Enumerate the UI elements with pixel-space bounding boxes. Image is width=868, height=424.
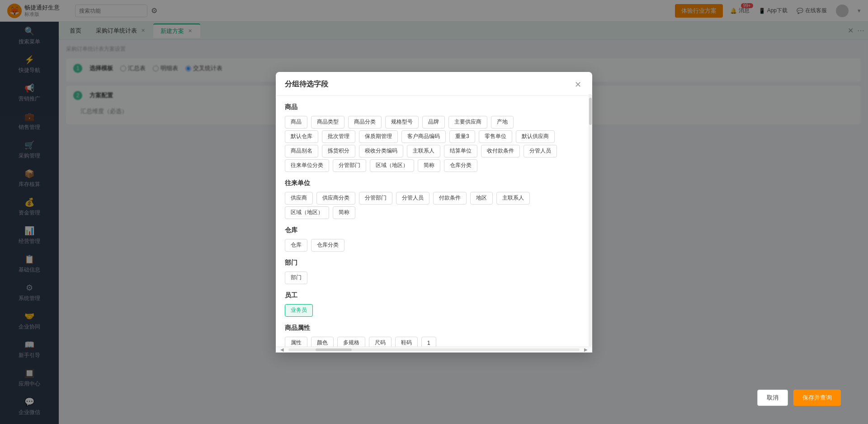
- tag-size[interactable]: 尺码: [369, 337, 392, 347]
- tag-batch-mgmt[interactable]: 批次管理: [322, 130, 355, 143]
- modal-overlay: 分组待选字段 ✕ 商品 商品 商品类型 商品分类 规格型号 品牌 主要供应商 产…: [0, 0, 868, 424]
- dialog-close-button[interactable]: ✕: [572, 79, 583, 90]
- section-label-employee: 员工: [285, 291, 583, 300]
- tag-supplier[interactable]: 供应商: [285, 192, 313, 205]
- tag-mgmt-person[interactable]: 分管人员: [396, 192, 429, 205]
- tag-pick-points[interactable]: 拣货积分: [322, 145, 355, 157]
- dialog-header: 分组待选字段 ✕: [276, 72, 592, 96]
- tag-weight3[interactable]: 重量3: [449, 130, 475, 143]
- tag-default-supplier[interactable]: 默认供应商: [516, 130, 555, 143]
- scroll-left-icon[interactable]: ◀: [278, 348, 287, 352]
- tags-employee: 业务员: [285, 304, 583, 317]
- tags-product-row4: 往来单位分类 分管部门 区域（地区） 简称 仓库分类: [285, 159, 583, 172]
- dialog: 分组待选字段 ✕ 商品 商品 商品类型 商品分类 规格型号 品牌 主要供应商 产…: [276, 72, 592, 353]
- section-label-product-attr: 商品属性: [285, 324, 583, 332]
- tag-region2[interactable]: 区域（地区）: [285, 206, 329, 219]
- tags-department: 部门: [285, 272, 583, 284]
- tag-supplier-category[interactable]: 供应商分类: [316, 192, 355, 205]
- tag-warehouse-category[interactable]: 仓库分类: [311, 239, 344, 252]
- tag-payment-condition[interactable]: 付款条件: [433, 192, 467, 205]
- tag-product-item[interactable]: 商品: [285, 116, 307, 129]
- tag-warehouse[interactable]: 仓库: [285, 239, 307, 252]
- tag-color[interactable]: 颜色: [311, 337, 334, 347]
- scroll-right-icon[interactable]: ▶: [581, 348, 590, 352]
- tag-counterpart-category[interactable]: 往来单位分类: [285, 159, 329, 172]
- tag-warehouse-cat[interactable]: 仓库分类: [444, 159, 477, 172]
- tag-multi-spec[interactable]: 多规格: [337, 337, 365, 347]
- tag-salesperson[interactable]: 业务员: [285, 304, 313, 317]
- tag-mgmt-dept[interactable]: 分管部门: [359, 192, 392, 205]
- tag-settlement-unit[interactable]: 结算单位: [444, 145, 477, 157]
- tag-main-contact2[interactable]: 主联系人: [496, 192, 530, 205]
- tag-default-warehouse[interactable]: 默认仓库: [285, 130, 318, 143]
- section-label-warehouse: 仓库: [285, 226, 583, 234]
- tag-main-supplier[interactable]: 主要供应商: [448, 116, 487, 129]
- tag-product-type[interactable]: 商品类型: [311, 116, 344, 129]
- tag-dept[interactable]: 分管部门: [333, 159, 366, 172]
- tags-counterpart-row2: 区域（地区） 简称: [285, 206, 583, 219]
- tag-customer-code[interactable]: 客户商品编码: [401, 130, 446, 143]
- tag-one[interactable]: 1: [421, 337, 436, 347]
- tag-tax-code[interactable]: 税收分类编码: [359, 145, 403, 157]
- tags-product-row3: 商品别名 拣货积分 税收分类编码 主联系人 结算单位 收付款条件 分管人员: [285, 145, 583, 157]
- tag-attribute[interactable]: 属性: [285, 337, 307, 347]
- scroll-thumb[interactable]: [316, 348, 352, 351]
- tag-abbreviation[interactable]: 简称: [333, 206, 355, 219]
- tags-product: 商品 商品类型 商品分类 规格型号 品牌 主要供应商 产地: [285, 116, 583, 129]
- tags-warehouse: 仓库 仓库分类: [285, 239, 583, 252]
- cancel-button[interactable]: 取消: [757, 390, 788, 406]
- section-label-product: 商品: [285, 103, 583, 111]
- tag-product-alias[interactable]: 商品别名: [285, 145, 318, 157]
- confirm-button[interactable]: 保存并查询: [793, 390, 841, 406]
- dialog-hscrollbar[interactable]: ◀ ▶: [276, 347, 592, 353]
- vscroll-thumb[interactable]: [589, 98, 592, 125]
- dialog-footer: 取消 保存并查询: [757, 390, 841, 406]
- tag-department[interactable]: 部门: [285, 272, 307, 284]
- dialog-vscrollbar[interactable]: [589, 94, 592, 346]
- tag-payment-terms[interactable]: 收付款条件: [481, 145, 520, 157]
- section-label-department: 部门: [285, 259, 583, 267]
- tag-area[interactable]: 地区: [470, 192, 493, 205]
- tags-counterpart-row1: 供应商 供应商分类 分管部门 分管人员 付款条件 地区 主联系人: [285, 192, 583, 205]
- tags-product-row2: 默认仓库 批次管理 保质期管理 客户商品编码 重量3 零售单位 默认供应商: [285, 130, 583, 143]
- tag-product-category[interactable]: 商品分类: [348, 116, 382, 129]
- scroll-track: [288, 348, 580, 351]
- tag-retail-unit[interactable]: 零售单位: [479, 130, 512, 143]
- tag-expiry-mgmt[interactable]: 保质期管理: [359, 130, 398, 143]
- tags-product-attr: 属性 颜色 多规格 尺码 鞋码 1: [285, 337, 583, 347]
- tag-spec-model[interactable]: 规格型号: [385, 116, 419, 129]
- tag-manager[interactable]: 分管人员: [524, 145, 557, 157]
- tag-shoe-size[interactable]: 鞋码: [395, 337, 418, 347]
- tag-region-area[interactable]: 区域（地区）: [370, 159, 414, 172]
- section-label-counterpart: 往来单位: [285, 179, 583, 187]
- dialog-body[interactable]: 商品 商品 商品类型 商品分类 规格型号 品牌 主要供应商 产地 默认仓库 批次…: [276, 96, 592, 347]
- tag-brand[interactable]: 品牌: [422, 116, 445, 129]
- tag-origin[interactable]: 产地: [491, 116, 514, 129]
- tag-main-contact[interactable]: 主联系人: [407, 145, 440, 157]
- tag-short-name[interactable]: 简称: [418, 159, 440, 172]
- dialog-title: 分组待选字段: [285, 80, 328, 89]
